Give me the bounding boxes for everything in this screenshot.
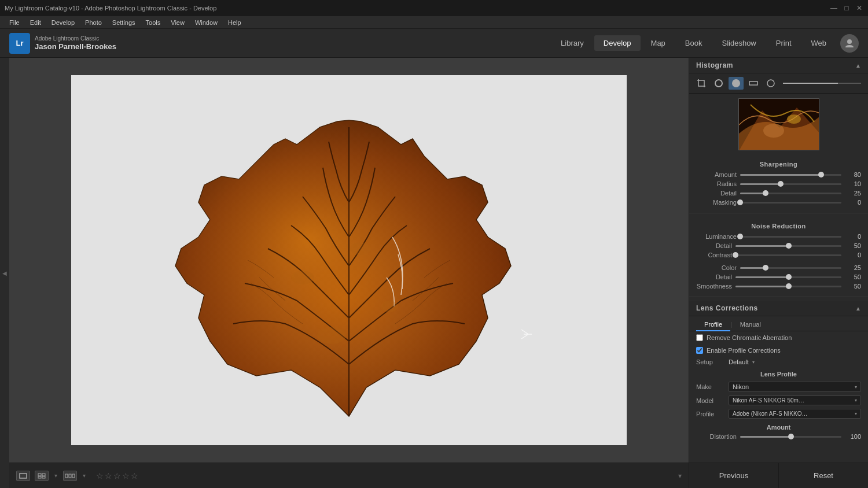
smoothness-thumb[interactable] bbox=[786, 283, 792, 289]
svg-rect-14 bbox=[749, 82, 757, 85]
nav-profile-icon[interactable] bbox=[840, 34, 859, 53]
nav-develop[interactable]: Develop bbox=[594, 35, 641, 51]
nav-map[interactable]: Map bbox=[642, 35, 675, 51]
filmstrip-view-button[interactable] bbox=[63, 471, 77, 481]
detail-thumb[interactable] bbox=[763, 190, 768, 196]
star-3[interactable]: ☆ bbox=[113, 471, 121, 480]
detail-row: Detail 25 bbox=[689, 188, 868, 198]
image-container[interactable] bbox=[9, 58, 689, 463]
luminance-slider[interactable] bbox=[740, 236, 841, 238]
lens-distortion-slider[interactable] bbox=[740, 436, 841, 438]
lens-collapse-arrow: ▲ bbox=[855, 305, 861, 312]
tool-slider-track[interactable] bbox=[783, 83, 861, 84]
luminance-thumb[interactable] bbox=[737, 234, 743, 239]
remove-ca-label[interactable]: Remove Chromatic Aberration bbox=[707, 334, 792, 341]
maximize-button[interactable]: □ bbox=[843, 4, 851, 12]
star-5[interactable]: ☆ bbox=[131, 471, 138, 480]
contrast-value: 0 bbox=[845, 252, 861, 258]
svg-rect-12 bbox=[69, 474, 71, 478]
menu-file[interactable]: File bbox=[5, 18, 24, 27]
lens-distortion-thumb[interactable] bbox=[788, 434, 794, 439]
right-panel-toggle[interactable]: ▾ bbox=[678, 472, 682, 480]
remove-ca-row: Remove Chromatic Aberration bbox=[689, 331, 868, 344]
noise-reduction-section: Noise Reduction Luminance 0 Detail 50 Co… bbox=[689, 217, 868, 293]
radial-filter-tool[interactable] bbox=[763, 77, 778, 90]
setup-value[interactable]: Default bbox=[729, 358, 749, 365]
histogram-header[interactable]: Histogram ▲ bbox=[689, 58, 868, 73]
minimize-button[interactable]: — bbox=[830, 4, 838, 12]
nav-library[interactable]: Library bbox=[551, 35, 593, 51]
menu-help[interactable]: Help bbox=[223, 18, 246, 27]
setup-dropdown-arrow[interactable]: ▾ bbox=[752, 360, 755, 365]
nr-detail-thumb[interactable] bbox=[786, 243, 792, 249]
enable-profile-checkbox[interactable] bbox=[696, 347, 703, 354]
filmstrip-options-arrow[interactable]: ▾ bbox=[82, 472, 87, 479]
star-4[interactable]: ☆ bbox=[122, 471, 130, 480]
radius-thumb[interactable] bbox=[778, 181, 784, 187]
enable-profile-label[interactable]: Enable Profile Corrections bbox=[707, 347, 781, 354]
detail-slider[interactable] bbox=[740, 193, 841, 194]
menu-view[interactable]: View bbox=[166, 18, 189, 27]
model-dropdown[interactable]: Nikon AF-S NIKKOR 50mm f/1... ▾ bbox=[729, 395, 861, 405]
masking-value: 0 bbox=[845, 199, 861, 206]
luminance-value: 0 bbox=[845, 233, 861, 240]
color-thumb[interactable] bbox=[763, 265, 768, 271]
nr-detail-slider[interactable] bbox=[735, 245, 841, 247]
spot-heal-tool[interactable] bbox=[711, 77, 726, 90]
color-label: Color bbox=[696, 264, 737, 271]
svg-point-17 bbox=[787, 114, 801, 124]
contrast-thumb[interactable] bbox=[733, 252, 738, 258]
svg-rect-6 bbox=[20, 474, 27, 478]
masking-thumb[interactable] bbox=[737, 199, 743, 205]
nav-slideshow[interactable]: Slideshow bbox=[713, 35, 766, 51]
nav-book[interactable]: Book bbox=[676, 35, 712, 51]
menu-settings[interactable]: Settings bbox=[108, 18, 140, 27]
crop-tool[interactable] bbox=[694, 77, 709, 90]
previous-button[interactable]: Previous bbox=[689, 463, 779, 488]
person-icon bbox=[844, 38, 855, 49]
model-row: Model Nikon AF-S NIKKOR 50mm f/1... ▾ bbox=[689, 394, 868, 407]
menu-edit[interactable]: Edit bbox=[25, 18, 46, 27]
nav-print[interactable]: Print bbox=[767, 35, 801, 51]
menu-photo[interactable]: Photo bbox=[80, 18, 106, 27]
color-slider[interactable] bbox=[740, 267, 841, 269]
lens-distortion-label: Distortion bbox=[696, 433, 737, 440]
menu-tools[interactable]: Tools bbox=[141, 18, 165, 27]
remove-ca-checkbox[interactable] bbox=[696, 334, 703, 341]
amount-slider[interactable] bbox=[740, 174, 841, 176]
menu-develop[interactable]: Develop bbox=[47, 18, 79, 27]
nav-web[interactable]: Web bbox=[802, 35, 836, 51]
masking-slider[interactable] bbox=[740, 202, 841, 204]
star-1[interactable]: ☆ bbox=[96, 471, 104, 480]
color-detail-thumb[interactable] bbox=[786, 274, 792, 280]
star-rating[interactable]: ☆ ☆ ☆ ☆ ☆ bbox=[96, 471, 138, 480]
profile-dropdown[interactable]: Adobe (Nikon AF-S NIKKOR S... ▾ bbox=[729, 409, 861, 419]
svg-point-3 bbox=[381, 301, 398, 312]
left-panel-toggle[interactable]: ◀ bbox=[0, 58, 9, 488]
smoothness-slider[interactable] bbox=[735, 286, 841, 287]
grid-options-arrow[interactable]: ▾ bbox=[53, 472, 58, 479]
star-2[interactable]: ☆ bbox=[105, 471, 112, 480]
contrast-slider[interactable] bbox=[735, 254, 841, 256]
smoothness-label: Smoothness bbox=[696, 283, 732, 290]
graduated-filter-tool[interactable] bbox=[746, 77, 761, 90]
radius-label: Radius bbox=[696, 180, 737, 187]
close-button[interactable]: ✕ bbox=[855, 4, 863, 12]
tab-profile[interactable]: Profile bbox=[696, 319, 730, 331]
red-eye-tool[interactable] bbox=[729, 77, 744, 90]
menu-window[interactable]: Window bbox=[190, 18, 222, 27]
make-dropdown[interactable]: Nikon ▾ bbox=[729, 382, 861, 392]
amount-thumb[interactable] bbox=[818, 172, 824, 178]
lens-corrections-header[interactable]: Lens Corrections ▲ bbox=[689, 301, 868, 316]
tab-manual[interactable]: Manual bbox=[732, 319, 769, 331]
svg-rect-13 bbox=[72, 474, 75, 478]
radius-slider[interactable] bbox=[740, 183, 841, 185]
smoothness-row: Smoothness 50 bbox=[689, 282, 868, 291]
make-dropdown-arrow: ▾ bbox=[855, 385, 857, 390]
color-detail-slider[interactable] bbox=[735, 276, 841, 278]
view-single-button[interactable] bbox=[16, 471, 30, 481]
model-label: Model bbox=[696, 397, 725, 404]
svg-point-18 bbox=[763, 124, 784, 138]
reset-button[interactable]: Reset bbox=[779, 463, 868, 488]
view-grid-button[interactable] bbox=[35, 471, 49, 481]
